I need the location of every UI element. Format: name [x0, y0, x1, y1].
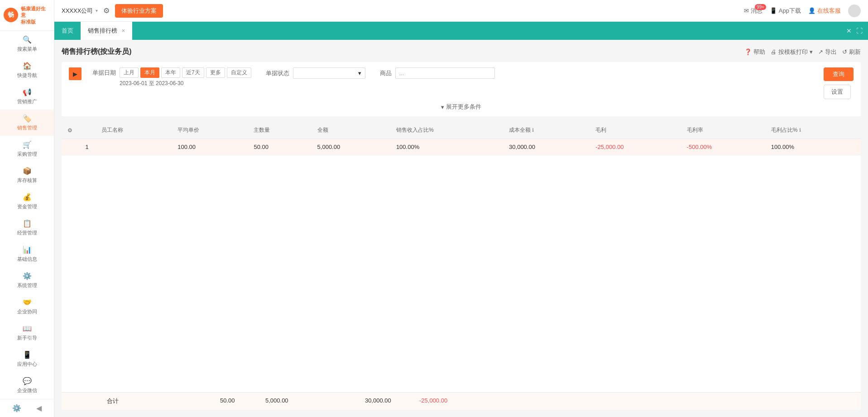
topbar-right: ✉ 消息 99+ 📱 App下载 👤 在线客服: [744, 5, 861, 17]
print-icon: 🖨: [771, 48, 777, 55]
settings-button[interactable]: 设置: [824, 85, 851, 99]
sidebar-item-app-center[interactable]: 📱 应用中心: [0, 346, 54, 372]
col-sales-ratio: 销售收入占比%: [391, 122, 504, 139]
footer-avg-price-cell: [169, 397, 215, 405]
sidebar-footer: ⚙️ ◀: [0, 399, 54, 417]
right-filter-actions: 查询 设置: [824, 67, 854, 99]
goods-input[interactable]: ...: [395, 67, 495, 79]
purchase-icon: 🛒: [23, 140, 32, 149]
col-gross-ratio: 毛利占比% ℹ: [766, 122, 861, 139]
sidebar-item-wechat[interactable]: 💬 企业微信: [0, 372, 54, 398]
export-icon: ↗: [818, 48, 823, 55]
app-center-icon: 📱: [23, 350, 32, 359]
sidebar-item-finance[interactable]: 💰 资金管理: [0, 188, 54, 215]
footer-gross-cell: -25,000.00: [414, 397, 459, 405]
sidebar: 畅 畅康通好生意 标准版 🔍 搜索菜单 🏠 快捷导航 📢 营销推广 🏷️ 销售管…: [0, 0, 54, 417]
operation-icon: 📋: [23, 219, 32, 228]
sidebar-item-inventory[interactable]: 📦 库存核算: [0, 162, 54, 188]
table-scroll: ⚙ 员工名称 平均单价 主数量 全额 销售收入占比% 成本全额 ℹ 毛利 毛利率: [62, 122, 861, 392]
online-service-button[interactable]: 👤 在线客服: [808, 7, 841, 15]
close-window-icon[interactable]: ✕: [846, 27, 852, 34]
col-gross-rate: 毛利率: [681, 122, 766, 139]
status-select-chevron: ▾: [358, 70, 361, 77]
footer-cost-cell: 30,000.00: [360, 397, 414, 405]
app-download-button[interactable]: 📱 App下载: [770, 7, 801, 15]
row-amount-cell: 5,000.00: [312, 139, 391, 155]
print-button[interactable]: 🖨 按模板打印 ▾: [771, 48, 813, 56]
chevron-down-icon: ▾: [96, 8, 98, 13]
col-amount: 全额: [312, 122, 391, 139]
footer-settings-icon[interactable]: ⚙️: [12, 404, 21, 412]
sidebar-item-operation[interactable]: 📋 经营管理: [0, 215, 54, 241]
col-settings[interactable]: ⚙: [62, 122, 78, 139]
sidebar-item-sales[interactable]: 🏷️ 销售管理: [0, 110, 54, 136]
footer-main-qty-cell: 50.00: [215, 397, 260, 405]
date-btn-custom[interactable]: 自定义: [227, 67, 251, 78]
col-rank: [78, 122, 96, 139]
logo-text: 畅康通好生意 标准版: [21, 5, 50, 25]
finance-icon: 💰: [23, 193, 32, 201]
cost-info-icon[interactable]: ℹ: [532, 127, 534, 133]
tabbar-right: ✕ ⛶: [841, 22, 868, 40]
goods-filter-label: 商品: [380, 69, 392, 77]
query-button[interactable]: 查询: [824, 67, 854, 81]
app-logo: 畅 畅康通好生意 标准版: [0, 0, 54, 31]
gross-ratio-info-icon[interactable]: ℹ: [799, 127, 801, 133]
goods-filter: 商品 ...: [380, 67, 495, 79]
footer-label-cell: 合计: [101, 397, 169, 405]
tab-close-icon[interactable]: ×: [122, 28, 125, 34]
sidebar-item-quick-nav[interactable]: 🏠 快捷导航: [0, 57, 54, 83]
export-button[interactable]: ↗ 导出: [818, 48, 837, 56]
date-btn-current-year[interactable]: 本年: [161, 67, 180, 78]
date-btn-current-month[interactable]: 本月: [140, 67, 159, 78]
enterprise-icon: 🤝: [23, 298, 32, 307]
download-icon: 📱: [770, 7, 777, 14]
sidebar-item-enterprise[interactable]: 🤝 企业协同: [0, 293, 54, 320]
date-filter-label: 单据日期: [92, 69, 116, 77]
sidebar-item-guide[interactable]: 📖 新手引导: [0, 320, 54, 346]
row-rank-cell: 1: [78, 139, 96, 155]
sidebar-item-basic-info[interactable]: 📊 基础信息: [0, 241, 54, 267]
company-selector[interactable]: XXXXX公司 ▾: [62, 7, 98, 15]
status-select[interactable]: ▾: [293, 67, 365, 79]
expand-icon: ▾: [441, 104, 444, 110]
sidebar-item-purchase[interactable]: 🛒 采购管理: [0, 136, 54, 162]
company-name: XXXXX公司: [62, 7, 93, 15]
tab-home[interactable]: 首页: [54, 22, 81, 40]
main-content: XXXXX公司 ▾ ⚙ 体验行业方案 ✉ 消息 99+ 📱 App下载 👤 在线…: [54, 0, 868, 417]
footer-settings-cell: [67, 397, 83, 405]
message-button[interactable]: ✉ 消息 99+: [744, 7, 762, 15]
date-range-display: 2023-06-01 至 2023-06-30: [120, 80, 183, 87]
footer-cells: 合计 50.00 5,000.00 30,000.00 -25,000.00: [67, 397, 855, 405]
tab-sales-ranking[interactable]: 销售排行榜 ×: [81, 22, 132, 40]
message-icon: ✉: [744, 7, 749, 14]
expand-conditions-button[interactable]: ▾ 展开更多条件: [441, 103, 481, 111]
print-dropdown-icon: ▾: [810, 48, 813, 55]
footer-collapse-icon[interactable]: ◀: [36, 404, 42, 412]
table-footer: 合计 50.00 5,000.00 30,000.00 -25,000.00: [62, 392, 861, 410]
col-avg-price: 平均单价: [172, 122, 248, 139]
date-btn-more[interactable]: 更多: [206, 67, 225, 78]
try-industry-button[interactable]: 体验行业方案: [115, 4, 163, 18]
maximize-icon[interactable]: ⛶: [856, 27, 863, 34]
refresh-icon: ↺: [842, 48, 847, 55]
sidebar-item-marketing[interactable]: 📢 营销推广: [0, 83, 54, 110]
date-btn-last-month[interactable]: 上月: [120, 67, 139, 78]
sidebar-item-search[interactable]: 🔍 搜索菜单: [0, 31, 54, 57]
topbar-settings-icon[interactable]: ⚙: [103, 6, 110, 15]
footer-gross-ratio-cell: [504, 397, 554, 405]
content-area: 销售排行榜(按业务员) ❓ 帮助 🖨 按模板打印 ▾ ↗ 导出 ↺ 刷新: [54, 40, 868, 417]
date-btn-7days[interactable]: 近7天: [182, 67, 204, 78]
goods-placeholder: ...: [399, 70, 404, 77]
row-employee-cell: [96, 139, 172, 155]
sales-icon: 🏷️: [23, 114, 32, 123]
user-avatar[interactable]: [848, 5, 861, 17]
row-main-qty-cell: 50.00: [248, 139, 312, 155]
refresh-button[interactable]: ↺ 刷新: [842, 48, 861, 56]
help-button[interactable]: ❓ 帮助: [744, 48, 765, 56]
logo-icon: 畅: [4, 8, 18, 22]
filter-collapse-arrow[interactable]: ▶: [69, 67, 82, 80]
sidebar-nav: 🔍 搜索菜单 🏠 快捷导航 📢 营销推广 🏷️ 销售管理 🛒 采购管理 📦 库存…: [0, 31, 54, 399]
page-title: 销售排行榜(按业务员): [62, 47, 132, 57]
sidebar-item-system[interactable]: ⚙️ 系统管理: [0, 267, 54, 293]
